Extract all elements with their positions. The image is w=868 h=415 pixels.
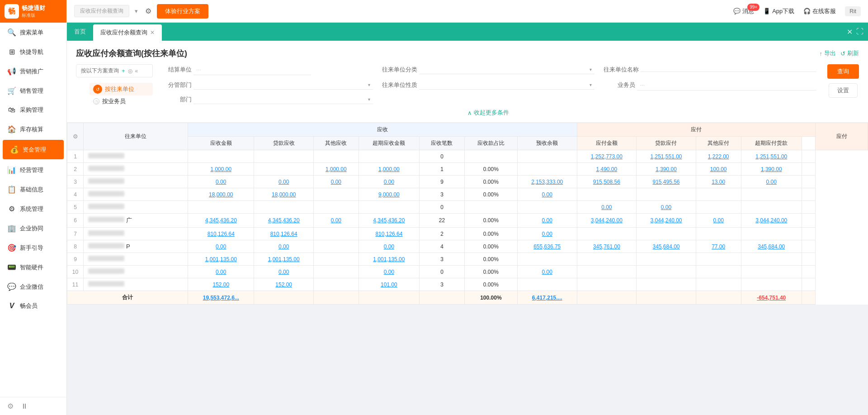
ar_amount-cell[interactable]: 810,126.64 bbox=[188, 228, 254, 240]
ar_amount-cell[interactable]: 4,345,436.20 bbox=[188, 214, 254, 228]
ar_amount-cell[interactable]: 152.00 bbox=[188, 278, 254, 291]
sidebar-item-inventory[interactable]: 🏠 库存核算 bbox=[0, 119, 66, 139]
scheme-collapse-icon[interactable]: « bbox=[135, 68, 138, 74]
settings-bottom-icon[interactable]: ⚙ bbox=[7, 402, 14, 410]
ar_other-cell[interactable]: 0.00 bbox=[313, 176, 359, 188]
sidebar-item-quick-nav[interactable]: ⊞ 快捷导航 bbox=[0, 42, 66, 62]
ar_overdue-cell[interactable]: 1,000.00 bbox=[359, 163, 419, 176]
ap_other-cell[interactable]: 1,222.00 bbox=[696, 150, 741, 163]
ap_overdue-cell[interactable]: 345,684.00 bbox=[741, 240, 802, 253]
ar_prepay-cell[interactable]: 0.00 bbox=[517, 228, 577, 240]
ar_overdue-cell[interactable]: 0.00 bbox=[359, 240, 419, 253]
ar_overdue-cell[interactable]: 9,000.00 bbox=[359, 188, 419, 201]
sidebar-item-funds[interactable]: 💰 资金管理 bbox=[3, 140, 64, 159]
scheme-by-partner[interactable]: ↺ 按往来单位 bbox=[90, 83, 153, 95]
collapse-more-button[interactable]: ∧ 收起更多条件 bbox=[160, 109, 816, 117]
ar_amount-cell[interactable]: 1,000.00 bbox=[188, 163, 254, 176]
settlement-unit-input[interactable]: ··· bbox=[193, 64, 311, 75]
ap_loan-cell[interactable]: 1,251,551.00 bbox=[637, 150, 696, 163]
ar_loan-cell[interactable]: 0.00 bbox=[254, 176, 314, 188]
ar_prepay-cell[interactable]: 0.00 bbox=[517, 188, 577, 201]
ar_loan-cell[interactable]: 0.00 bbox=[254, 266, 314, 278]
ar_overdue-cell[interactable]: 1,001,135.00 bbox=[359, 253, 419, 266]
ap_amount-cell[interactable]: 345,761.00 bbox=[577, 240, 637, 253]
breadcrumb-chevron-icon[interactable]: ▾ bbox=[135, 8, 138, 14]
tab-ar-ap[interactable]: 应收应付余额查询 ✕ bbox=[93, 24, 162, 41]
footer-ar-amount[interactable]: 19,553,472,6... bbox=[188, 291, 254, 305]
ap_other-cell[interactable]: 77.00 bbox=[696, 240, 741, 253]
sidebar-item-basic-info[interactable]: 📋 基础信息 bbox=[0, 180, 66, 199]
ap_overdue-cell[interactable]: 3,044,240.00 bbox=[741, 214, 802, 228]
ap_amount-cell[interactable]: 1,252,773.00 bbox=[577, 150, 637, 163]
ar_loan-cell[interactable]: 4,345,436.20 bbox=[254, 214, 314, 228]
scheme-by-salesman[interactable]: ◷ 按业务员 bbox=[90, 95, 153, 107]
ar_other-cell[interactable]: 0.00 bbox=[313, 214, 359, 228]
sidebar-item-wechat[interactable]: 💬 企业微信 bbox=[0, 277, 66, 296]
ar_other-cell[interactable]: 1,000.00 bbox=[313, 163, 359, 176]
ap_amount-cell[interactable]: 3,044,240.00 bbox=[577, 214, 637, 228]
tab-home[interactable]: 首页 bbox=[67, 23, 93, 41]
sidebar-item-guide[interactable]: 🎯 新手引导 bbox=[0, 238, 66, 258]
app-download-button[interactable]: 📱 App下载 bbox=[763, 7, 794, 15]
sidebar-item-marketing[interactable]: 📢 营销推广 bbox=[0, 62, 66, 81]
maximize-icon[interactable]: ⛶ bbox=[856, 28, 863, 36]
sidebar-item-enterprise[interactable]: 🏢 企业协同 bbox=[0, 219, 66, 238]
ar_loan-cell[interactable]: 1,001,135.00 bbox=[254, 253, 314, 266]
ap_loan-cell[interactable]: 3,044,240.00 bbox=[637, 214, 696, 228]
export-button[interactable]: ↑ 导出 bbox=[820, 49, 836, 57]
ap_loan-cell[interactable]: 1,390.00 bbox=[637, 163, 696, 176]
partner-nature-select[interactable]: ▾ bbox=[419, 81, 595, 90]
ar_loan-cell[interactable]: 18,000.00 bbox=[254, 188, 314, 201]
ar_loan-cell[interactable]: 152.00 bbox=[254, 278, 314, 291]
ar_overdue-cell[interactable]: 101.00 bbox=[359, 278, 419, 291]
ar_amount-cell[interactable]: 18,000.00 bbox=[188, 188, 254, 201]
ap_amount-cell[interactable]: 0.00 bbox=[577, 201, 637, 214]
partner-category-select[interactable]: ▾ bbox=[419, 65, 595, 74]
ar_amount-cell[interactable]: 0.00 bbox=[188, 266, 254, 278]
table-wrapper[interactable]: ⚙ 往来单位 应收 应付 应付 应收金额 贷款应收 其他应收 bbox=[67, 123, 868, 305]
ar_prepay-cell[interactable]: 655,636.75 bbox=[517, 240, 577, 253]
online-service-button[interactable]: 🎧 在线客服 bbox=[803, 7, 836, 15]
ap_overdue-cell[interactable]: 1,251,551.00 bbox=[741, 150, 802, 163]
ar_overdue-cell[interactable]: 0.00 bbox=[359, 176, 419, 188]
ar_amount-cell[interactable]: 0.00 bbox=[188, 176, 254, 188]
dept-manager-select[interactable]: ▾ bbox=[193, 81, 373, 90]
ap_loan-cell[interactable]: 915,495.56 bbox=[637, 176, 696, 188]
dept-select[interactable]: ▾ bbox=[193, 95, 373, 104]
ap_overdue-cell[interactable]: 0.00 bbox=[741, 176, 802, 188]
ar_prepay-cell[interactable]: 2,153,333.00 bbox=[517, 176, 577, 188]
ap_other-cell[interactable]: 100.00 bbox=[696, 163, 741, 176]
settings-button[interactable]: 设置 bbox=[829, 83, 858, 98]
ar_amount-cell[interactable]: 0.00 bbox=[188, 240, 254, 253]
sidebar-item-member[interactable]: V 畅会员 bbox=[0, 296, 66, 315]
ar_prepay-cell[interactable]: 0.00 bbox=[517, 266, 577, 278]
solution-button[interactable]: 体验行业方案 bbox=[157, 4, 208, 19]
sidebar-item-system[interactable]: ⚙ 系统管理 bbox=[0, 199, 66, 219]
partner-name-input[interactable] bbox=[641, 68, 816, 72]
sidebar-item-smart-hw[interactable]: 📟 智能硬件 bbox=[0, 258, 66, 277]
query-button[interactable]: 查询 bbox=[827, 64, 859, 79]
ap_overdue-cell[interactable]: 1,390.00 bbox=[741, 163, 802, 176]
scheme-add-icon[interactable]: + bbox=[122, 67, 125, 74]
sidebar-item-sales[interactable]: 🛒 销售管理 bbox=[0, 81, 66, 100]
tab-close-icon[interactable]: ✕ bbox=[150, 29, 155, 36]
scheme-settings-icon[interactable]: ◎ bbox=[128, 68, 132, 74]
footer-ar-prepay[interactable]: 6,417,215.... bbox=[517, 291, 577, 305]
footer-ap-overdue[interactable]: -654,751.40 bbox=[741, 291, 802, 305]
ar_loan-cell[interactable]: 0.00 bbox=[254, 240, 314, 253]
ap_other-cell[interactable]: 13.00 bbox=[696, 176, 741, 188]
ar_amount-cell[interactable]: 1,001,135.00 bbox=[188, 253, 254, 266]
ar_overdue-cell[interactable]: 0.00 bbox=[359, 266, 419, 278]
ar_prepay-cell[interactable]: 0.00 bbox=[517, 214, 577, 228]
ar_overdue-cell[interactable]: 810,126.64 bbox=[359, 228, 419, 240]
sidebar-item-purchase[interactable]: 🛍 采购管理 bbox=[0, 100, 66, 119]
sidebar-item-search-menu[interactable]: 🔍 搜索菜单 bbox=[0, 23, 66, 42]
ap_amount-cell[interactable]: 1,490.00 bbox=[577, 163, 637, 176]
message-button[interactable]: 💬 消息 99+ bbox=[733, 7, 754, 15]
ar_loan-cell[interactable]: 810,126.64 bbox=[254, 228, 314, 240]
topbar-gear-icon[interactable]: ⚙ bbox=[145, 7, 151, 15]
salesman-input[interactable]: ··· bbox=[637, 80, 816, 91]
ap_amount-cell[interactable]: 915,508.56 bbox=[577, 176, 637, 188]
refresh-button[interactable]: ↺ 刷新 bbox=[840, 49, 859, 57]
collapse-sidebar-icon[interactable]: ⏸ bbox=[21, 402, 28, 410]
